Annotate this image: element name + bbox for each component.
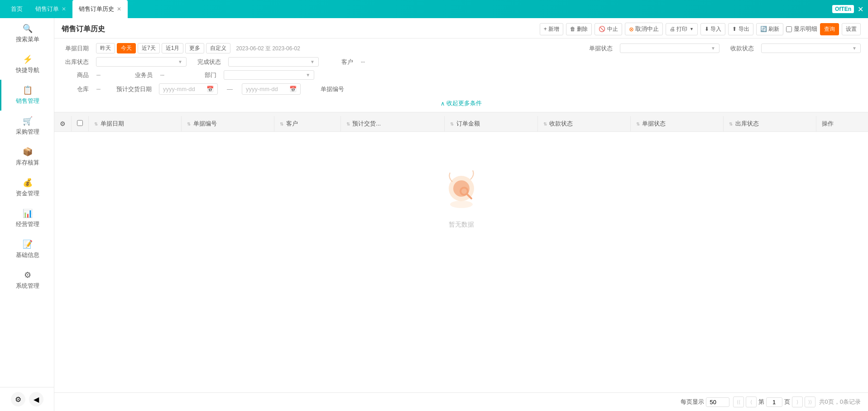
warehouse-dots[interactable]: ··· [96,84,100,94]
svg-point-4 [450,201,473,208]
th-bill-date[interactable]: ⇅ 单据日期 [89,116,182,132]
sidebar-item-sales-mgmt[interactable]: 📋 销售管理 [0,80,54,111]
bill-date-sort-icon: ⇅ [94,121,98,126]
tab-sales-order[interactable]: 销售订单 ✕ [29,0,72,18]
filter-row-3: 商品 ··· 业务员 ··· 部门 ▼ [62,70,861,80]
import-button[interactable]: ⬇ 导入 [700,23,725,35]
bill-status-arrow: ▼ [711,46,715,51]
expected-delivery-to[interactable]: yyyy-mm-dd 📅 [242,83,301,95]
tab-home-label: 首页 [11,5,23,13]
date-7days-btn[interactable]: 近7天 [138,43,160,53]
receipt-status-select[interactable]: ▼ [761,44,861,53]
date-custom-btn[interactable]: 自定义 [206,43,230,53]
page-size-select: 每页显示 50 10 20 100 [681,397,729,407]
dept-arrow: ▼ [306,73,310,77]
sidebar-item-operations[interactable]: 📊 经营管理 [0,203,54,234]
print-button[interactable]: 🖨 打印 [666,23,698,35]
query-button[interactable]: 查询 [820,23,839,35]
th-expected-delivery[interactable]: ⇅ 预计交货... [340,116,445,132]
th-check[interactable] [72,116,89,132]
sidebar-item-basic-info-label: 基础信息 [16,251,39,259]
order-amount-sort-icon: ⇅ [450,121,454,126]
date-range-text: 2023-06-02 至 2023-06-02 [236,45,300,53]
date-quick-btns: 昨天 今天 近7天 近1月 更多 自定义 [96,43,230,53]
date-1month-btn[interactable]: 近1月 [162,43,184,53]
content-area: 销售订单历史 + 新增 🗑 删除 🚫 中止 ⊗ 取消中止 🖨 打印 ⬇ 导入 ⬆… [54,18,868,411]
close-sales-order-history-icon[interactable]: ✕ [117,6,121,12]
date-more-btn[interactable]: 更多 [185,43,204,53]
close-sales-order-icon[interactable]: ✕ [62,6,66,12]
export-button[interactable]: ⬆ 导出 [728,23,753,35]
expected-delivery-label: 预计交货日期 [116,85,152,93]
operations-icon: 📊 [23,208,33,218]
tab-sales-order-history[interactable]: 销售订单历史 ✕ [72,0,128,18]
sidebar-item-basic-info[interactable]: 📝 基础信息 [0,234,54,265]
th-out-status[interactable]: ⇅ 出库状态 [723,116,816,132]
tab-home[interactable]: 首页 [5,0,29,18]
complete-status-select[interactable]: ▼ [228,57,319,67]
sidebar-item-purchase-mgmt[interactable]: 🛒 采购管理 [0,111,54,141]
sidebar-collapse-btn[interactable]: ◀ [29,392,43,406]
receipt-status-label: 收款状态 [727,44,754,53]
th-receipt-status[interactable]: ⇅ 收款状态 [537,116,630,132]
sidebar: 🔍 搜索菜单 ⚡ 快捷导航 📋 销售管理 🛒 采购管理 📦 库存核算 💰 资金管… [0,18,54,411]
receipt-status-arrow: ▼ [852,46,857,51]
sidebar-bottom: ⚙ ◀ [0,387,54,411]
select-all-checkbox[interactable] [77,120,83,126]
th-bill-status[interactable]: ⇅ 单据状态 [630,116,723,132]
sidebar-item-search-menu[interactable]: 🔍 搜索菜单 [0,18,54,49]
empty-icon [439,168,484,213]
cancel-stop-button[interactable]: ⊗ 取消中止 [625,23,663,35]
page-title: 销售订单历史 [62,24,105,34]
cancel-stop-icon: ⊗ [629,26,634,33]
expected-delivery-from[interactable]: yyyy-mm-dd 📅 [159,83,218,95]
out-status-select[interactable]: ▼ [96,57,187,67]
customer-sort-icon: ⇅ [280,121,283,126]
goods-label: 商品 [62,71,89,79]
date-yesterday-btn[interactable]: 昨天 [96,43,115,53]
delete-button[interactable]: 🗑 删除 [566,23,592,35]
sidebar-item-inventory[interactable]: 📦 库存核算 [0,141,54,172]
page-size-dropdown[interactable]: 50 10 20 100 [706,397,729,407]
th-bill-no[interactable]: ⇅ 单据编号 [182,116,274,132]
settings-button[interactable]: 设置 [842,23,861,35]
sidebar-item-finance[interactable]: 💰 资金管理 [0,172,54,203]
quick-nav-icon: ⚡ [23,54,33,64]
bill-status-select[interactable]: ▼ [620,44,719,53]
page-nav: ⟨⟨ ⟨ 第 页 ⟩ ⟩⟩ [733,396,815,407]
th-customer[interactable]: ⇅ 客户 [274,116,340,132]
page-input[interactable] [766,397,782,407]
new-button[interactable]: + 新增 [540,23,563,35]
collapse-label: 收起更多条件 [446,99,482,107]
goods-dots[interactable]: ··· [96,70,100,80]
prev-page-btn[interactable]: ⟨ [746,396,757,407]
content-inner: 销售订单历史 + 新增 🗑 删除 🚫 中止 ⊗ 取消中止 🖨 打印 ⬇ 导入 ⬆… [54,18,868,411]
sidebar-settings-btn[interactable]: ⚙ [11,392,25,406]
date-range-separator: — [227,86,233,92]
th-gear[interactable]: ⚙ [54,116,72,132]
last-page-btn[interactable]: ⟩⟩ [805,396,815,407]
inventory-icon: 📦 [23,147,33,157]
first-page-btn[interactable]: ⟨⟨ [733,396,744,407]
collapse-link[interactable]: ∧ 收起更多条件 [62,98,861,107]
next-page-btn[interactable]: ⟩ [792,396,803,407]
expected-delivery-sort-icon: ⇅ [346,121,350,126]
dept-select[interactable]: ▼ [224,70,314,80]
date-today-btn[interactable]: 今天 [117,43,136,53]
sidebar-item-finance-label: 资金管理 [16,189,39,198]
out-status-sort-icon: ⇅ [729,121,733,126]
sidebar-item-quick-nav[interactable]: ⚡ 快捷导航 [0,49,54,80]
sidebar-item-system-mgmt[interactable]: ⚙ 系统管理 [0,265,54,295]
show-detail-checkbox[interactable] [786,26,792,32]
salesperson-dots[interactable]: ··· [160,70,164,80]
topbar-close-btn[interactable]: ✕ [858,5,863,14]
top-bar: 首页 销售订单 ✕ 销售订单历史 ✕ OfTEn ✕ [0,0,868,18]
refresh-button[interactable]: 🔄 刷新 [756,23,783,35]
sidebar-item-search-menu-label: 搜索菜单 [16,35,39,44]
stop-button[interactable]: 🚫 中止 [595,23,622,35]
show-detail-checkbox-label[interactable]: 显示明细 [786,25,817,33]
customer-dots[interactable]: ··· [360,57,364,67]
filter-row-1: 单据日期 昨天 今天 近7天 近1月 更多 自定义 2023-06-02 至 2… [62,43,861,53]
th-order-amount[interactable]: ⇅ 订单金额 [445,116,537,132]
th-operation: 操作 [816,116,868,132]
